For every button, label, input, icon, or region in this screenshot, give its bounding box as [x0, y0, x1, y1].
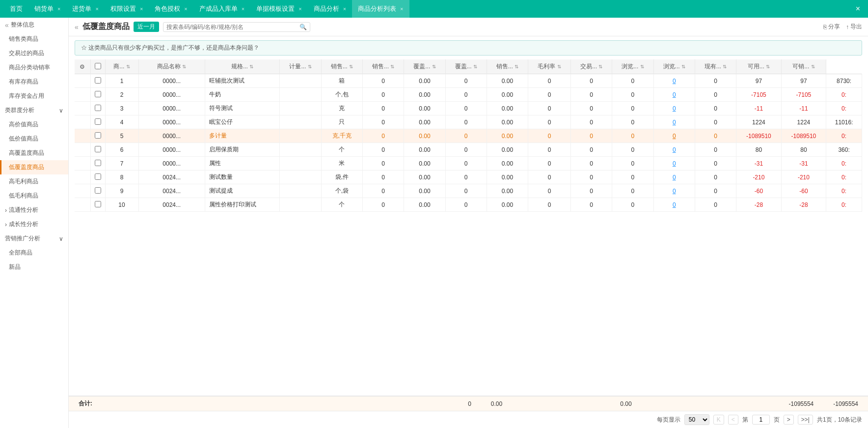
next-page-button[interactable]: > — [784, 415, 794, 425]
sidebar-section-marketing[interactable]: 营销推广分析 ∨ — [0, 231, 68, 246]
col-settings[interactable]: ⚙ — [75, 59, 90, 74]
close-sales-order[interactable]: × — [57, 0, 60, 18]
row-name[interactable]: 牛奶 — [205, 88, 280, 102]
row-name[interactable]: 属性价格打印测试 — [205, 198, 280, 212]
sidebar-item-new-products[interactable]: 新品 — [0, 260, 68, 274]
page-number-input[interactable] — [752, 415, 770, 425]
row-name[interactable]: 眠宝公仔 — [205, 115, 280, 129]
row-checkbox[interactable] — [90, 88, 105, 102]
row-browse1[interactable]: 0 — [653, 157, 695, 171]
window-close-button[interactable]: × — [852, 4, 864, 13]
nav-template-settings[interactable]: 单据模板设置 × — [250, 0, 307, 18]
row-checkbox[interactable] — [90, 115, 105, 129]
row-browse1[interactable]: 0 — [653, 74, 695, 88]
sidebar-item-in-stock[interactable]: 有库存商品 — [0, 75, 68, 89]
col-browse2[interactable]: 浏览... ⇅ — [653, 59, 695, 74]
nav-purchase-order[interactable]: 进货单 × — [66, 0, 104, 18]
export-button[interactable]: ↑ 导出 — [846, 23, 862, 31]
sidebar-item-category-sales-rate[interactable]: 商品分类动销率 — [0, 60, 68, 75]
row-browse1[interactable]: 0 — [653, 198, 695, 212]
search-input[interactable] — [166, 24, 299, 30]
nav-role-auth[interactable]: 角色授权 × — [149, 0, 193, 18]
sidebar-item-high-margin[interactable]: 高毛利商品 — [0, 174, 68, 189]
nav-home[interactable]: 首页 — [4, 0, 28, 18]
content-area: « 低覆盖度商品 近一月 🔍 ⎘ 分享 ↑ 导出 ☆ 这类商品只有很少客户购买过… — [69, 18, 868, 428]
row-browse1[interactable]: 0 — [653, 88, 695, 102]
row-checkbox[interactable] — [90, 143, 105, 157]
row-checkbox[interactable] — [90, 198, 105, 212]
row-name[interactable]: 测试提成 — [205, 184, 280, 198]
time-filter-button[interactable]: 近一月 — [134, 22, 159, 32]
col-sellable[interactable]: 可销... ⇅ — [781, 59, 826, 74]
per-page-select[interactable]: 50 20 100 200 — [684, 414, 709, 425]
close-product-analysis-list[interactable]: × — [400, 0, 403, 18]
row-browse1[interactable]: 0 — [653, 184, 695, 198]
row-trade: 0 — [612, 184, 653, 198]
row-name[interactable]: 旺辅批次测试 — [205, 74, 280, 88]
row-checkbox[interactable] — [90, 157, 105, 171]
sidebar-item-inventory-capital[interactable]: 库存资金占用 — [0, 89, 68, 103]
sidebar-section-liquidity[interactable]: › 流通性分析 — [0, 203, 68, 217]
row-browse1[interactable]: 0 — [653, 171, 695, 184]
close-permission-settings[interactable]: × — [140, 0, 143, 18]
first-page-button[interactable]: K — [713, 415, 724, 425]
col-cover2[interactable]: 覆盖... ⇅ — [445, 59, 487, 74]
data-table-wrapper[interactable]: ⚙ 商... ⇅ 商品名称 ⇅ 规格... ⇅ 计量... ⇅ 销售... ⇅ … — [69, 59, 868, 396]
sidebar-item-high-value[interactable]: 高价值商品 — [0, 117, 68, 132]
row-checkbox[interactable] — [90, 74, 105, 88]
select-all-checkbox[interactable] — [95, 63, 101, 69]
sidebar-item-all-products[interactable]: 全部商品 — [0, 246, 68, 260]
sidebar-section-cluster-analysis[interactable]: 类群度分析 ∨ — [0, 103, 68, 117]
col-code[interactable]: 商... ⇅ — [105, 59, 138, 74]
col-browse1[interactable]: 浏览... ⇅ — [612, 59, 653, 74]
sidebar-item-high-coverage[interactable]: 高覆盖度商品 — [0, 146, 68, 160]
nav-product-analysis[interactable]: 商品分析 × — [308, 0, 352, 18]
row-browse1[interactable]: 0 — [653, 115, 695, 129]
close-product-warehouse[interactable]: × — [242, 0, 244, 18]
col-unit[interactable]: 计量... ⇅ — [280, 59, 321, 74]
row-name[interactable]: 启用保质期 — [205, 143, 280, 157]
search-icon[interactable]: 🔍 — [299, 24, 307, 30]
share-button[interactable]: ⎘ 分享 — [823, 23, 840, 31]
col-trade[interactable]: 交易... ⇅ — [571, 59, 612, 74]
col-available[interactable]: 可用... ⇅ — [736, 59, 782, 74]
col-margin[interactable]: 毛利率 ⇅ — [528, 59, 571, 74]
row-name[interactable]: 符号测试 — [205, 102, 280, 115]
close-purchase-order[interactable]: × — [95, 0, 98, 18]
row-checkbox[interactable] — [90, 171, 105, 184]
sidebar-item-traded-products[interactable]: 交易过的商品 — [0, 46, 68, 60]
nav-product-analysis-list[interactable]: 商品分析列表 × — [352, 0, 409, 18]
row-checkbox[interactable] — [90, 184, 105, 198]
sidebar-item-sales-products[interactable]: 销售类商品 — [0, 32, 68, 46]
row-checkbox[interactable] — [90, 129, 105, 143]
close-product-analysis[interactable]: × — [343, 0, 346, 18]
row-browse1[interactable]: 0 — [653, 102, 695, 115]
sidebar-section-growth[interactable]: › 成长性分析 — [0, 217, 68, 231]
col-checkbox[interactable] — [90, 59, 105, 74]
col-name[interactable]: 商品名称 ⇅ — [138, 59, 205, 74]
col-current[interactable]: 现有... ⇅ — [695, 59, 736, 74]
last-page-button[interactable]: >>| — [798, 415, 813, 425]
nav-sales-order[interactable]: 销货单 × — [28, 0, 66, 18]
row-checkbox[interactable] — [90, 102, 105, 115]
nav-product-warehouse[interactable]: 产成品入库单 × — [193, 0, 250, 18]
close-template-settings[interactable]: × — [298, 0, 301, 18]
row-name[interactable]: 多计量 — [205, 129, 280, 143]
row-name[interactable]: 属性 — [205, 157, 280, 171]
nav-permission-settings[interactable]: 权限设置 × — [105, 0, 149, 18]
col-sales3[interactable]: 销售... ⇅ — [487, 59, 528, 74]
sidebar-item-low-coverage[interactable]: 低覆盖度商品 — [0, 160, 68, 174]
col-cover1[interactable]: 覆盖... ⇅ — [404, 59, 445, 74]
col-spec[interactable]: 规格... ⇅ — [205, 59, 280, 74]
sidebar-item-low-margin[interactable]: 低毛利商品 — [0, 189, 68, 203]
col-sales2[interactable]: 销售... ⇅ — [363, 59, 404, 74]
row-browse1[interactable]: 0 — [653, 129, 695, 143]
row-browse1[interactable]: 0 — [653, 143, 695, 157]
close-role-auth[interactable]: × — [184, 0, 187, 18]
col-sales1[interactable]: 销售... ⇅ — [321, 59, 362, 74]
sidebar-item-low-value[interactable]: 低价值商品 — [0, 132, 68, 146]
sidebar-collapse-button[interactable]: « — [75, 23, 79, 31]
prev-page-button[interactable]: < — [728, 415, 738, 425]
sidebar-section-overall[interactable]: « 整体信息 — [0, 18, 68, 32]
row-name[interactable]: 测试数量 — [205, 171, 280, 184]
